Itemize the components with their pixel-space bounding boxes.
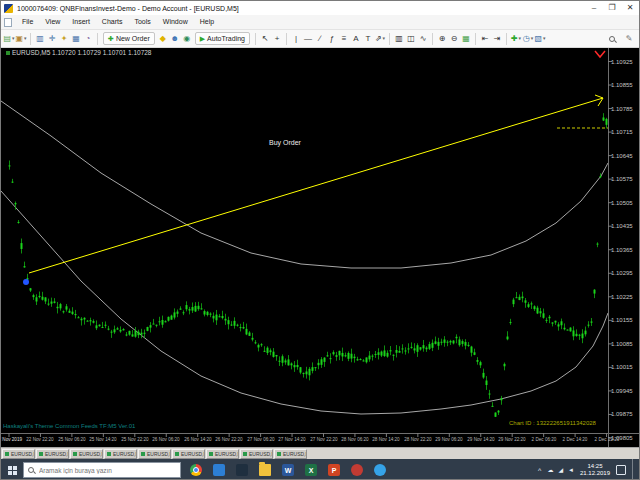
taskbar-powerpoint-icon[interactable]: P	[328, 464, 340, 476]
taskbar-red-app-icon[interactable]	[351, 464, 363, 476]
chart-tab[interactable]: EURUSD,M5	[274, 449, 307, 459]
windows-taskbar: WXP ^ ☁◢◄ 14:25 21.12.2019	[1, 459, 639, 480]
periods-icon[interactable]: ◷▾	[522, 32, 534, 46]
trendline-icon[interactable]: ∕	[314, 32, 326, 46]
search-icon[interactable]	[606, 32, 618, 46]
indicators-icon[interactable]: ✚▾	[510, 32, 522, 46]
minimize-button[interactable]: –	[585, 1, 603, 15]
horizontal-line-icon[interactable]: —	[302, 32, 314, 46]
action-center-icon[interactable]	[616, 465, 626, 475]
upper-band-line[interactable]	[1, 101, 608, 268]
data-window-icon[interactable]: ✛	[46, 32, 58, 46]
new-chart-icon[interactable]: ▤▾	[3, 32, 15, 46]
mt5-window: 1000076409: QNBFinansInvest-Demo - Demo …	[0, 0, 640, 480]
chart-tab[interactable]: EURUSD,M5	[70, 449, 103, 459]
search-input[interactable]	[37, 466, 176, 475]
label-icon[interactable]: T	[362, 32, 374, 46]
zoom-in-icon[interactable]: ⊕	[436, 32, 448, 46]
text-icon[interactable]: A	[350, 32, 362, 46]
price-axis-label: 1.10715	[611, 129, 633, 135]
close-button[interactable]: ✕	[621, 1, 639, 15]
chart-tab[interactable]: EURUSD,M5	[206, 449, 239, 459]
buy-entry-dot[interactable]	[23, 279, 29, 285]
fibonacci-icon[interactable]: ƒ	[326, 32, 338, 46]
autotrading-button[interactable]: ▶AutoTrading	[195, 32, 250, 45]
time-axis-label: 25 Nov 06:20	[55, 437, 88, 442]
algo-trading-icon[interactable]: ☻	[169, 32, 181, 46]
chart-tab-icon	[141, 452, 145, 456]
candlestick-chart-icon[interactable]: ◫	[405, 32, 417, 46]
time-axis-label: 29 Nov 22:20	[496, 437, 529, 442]
title-bar: 1000076409: QNBFinansInvest-Demo - Demo …	[1, 1, 639, 15]
menu-charts[interactable]: Charts	[96, 15, 129, 29]
dropdown-caret-icon: ▾	[24, 36, 27, 41]
taskbar-vscode-icon[interactable]	[213, 464, 225, 476]
menu-help[interactable]: Help	[194, 15, 220, 29]
templates-icon[interactable]: ▧▾	[534, 32, 546, 46]
toolbar-separator	[389, 33, 390, 45]
line-chart-icon[interactable]: ∿	[417, 32, 429, 46]
taskbar-clock[interactable]: 14:25 21.12.2019	[580, 463, 610, 477]
toolbar-separator	[432, 33, 433, 45]
taskbar-search[interactable]	[23, 462, 181, 478]
sell-arrow-marker[interactable]	[595, 51, 605, 57]
taskbar-chrome-icon[interactable]	[190, 464, 202, 476]
chart-tab[interactable]: EURUSD,M5	[240, 449, 273, 459]
menu-view[interactable]: View	[39, 15, 66, 29]
tray-icon-1[interactable]: ☁	[547, 467, 553, 473]
crosshair-icon[interactable]: +	[271, 32, 283, 46]
auto-scroll-icon[interactable]: ⇥	[491, 32, 503, 46]
arrows-icon[interactable]: ⇗▾	[374, 32, 386, 46]
vertical-line-icon[interactable]: |	[290, 32, 302, 46]
chart-id-label: Chart ID : 132222651911342028	[509, 420, 596, 426]
taskbar-word-icon[interactable]: W	[282, 464, 294, 476]
edit-icon[interactable]: ✎	[623, 32, 635, 46]
tray-chevron-icon[interactable]: ^	[538, 467, 541, 474]
chart-tab-icon	[107, 452, 111, 456]
taskbar-blue-app-icon[interactable]	[374, 464, 386, 476]
profiles-icon[interactable]: ▣▾	[15, 32, 27, 46]
taskbar-dark-app-icon[interactable]	[236, 464, 248, 476]
bar-chart-icon[interactable]: ▥	[393, 32, 405, 46]
menu-tools[interactable]: Tools	[128, 15, 156, 29]
menu-insert[interactable]: Insert	[66, 15, 96, 29]
toolbox-icon[interactable]: ▦	[70, 32, 82, 46]
time-axis-label: 22 Nov 2019	[0, 437, 26, 442]
tray-icon-2[interactable]: ◢	[558, 467, 563, 473]
chart-tab-icon	[209, 452, 213, 456]
taskbar-excel-icon[interactable]: X	[305, 464, 317, 476]
price-axis-label: 1.10365	[611, 247, 633, 253]
buy-order-label: Buy Order	[269, 139, 301, 146]
taskbar-explorer-icon[interactable]	[259, 464, 271, 476]
chart-tab-label: EURUSD,M5	[215, 451, 239, 457]
channel-icon[interactable]: ≡	[338, 32, 350, 46]
market-watch-icon[interactable]: ▥	[34, 32, 46, 46]
cursor-icon[interactable]: ↖	[259, 32, 271, 46]
chart-shift-icon[interactable]: ⇤	[479, 32, 491, 46]
chart-tab[interactable]: EURUSD,M5	[104, 449, 137, 459]
dropdown-caret-icon: ▾	[519, 36, 522, 41]
navigator-icon[interactable]: ✦	[58, 32, 70, 46]
start-button[interactable]	[1, 459, 23, 480]
chart-tab[interactable]: EURUSD,M5	[2, 449, 35, 459]
metaeditor-icon[interactable]: ◆	[157, 32, 169, 46]
buy-trendline[interactable]	[29, 98, 603, 273]
menu-file[interactable]: File	[16, 15, 39, 29]
time-axis-label: 25 Nov 14:20	[87, 437, 120, 442]
tile-windows-icon[interactable]: ▦	[460, 32, 472, 46]
time-axis-label: 29 Nov 06:20	[433, 437, 466, 442]
chart-tab[interactable]: EURUSD,M5	[138, 449, 171, 459]
market-icon[interactable]: ◉	[181, 32, 193, 46]
menu-window[interactable]: Window	[157, 15, 194, 29]
clock-time: 14:25	[580, 463, 610, 470]
lower-band-line[interactable]	[1, 191, 608, 414]
maximize-button[interactable]: ❐	[603, 1, 621, 15]
strategy-tester-icon[interactable]: ◔	[82, 32, 94, 46]
zoom-out-icon[interactable]: ⊖	[448, 32, 460, 46]
new-order-button[interactable]: ✚New Order	[103, 32, 155, 45]
chart-tab[interactable]: EURUSD,M5	[36, 449, 69, 459]
show-desktop-button[interactable]	[632, 459, 636, 480]
tray-icon-3[interactable]: ◄	[568, 467, 574, 473]
chart-area[interactable]: EURUSD,M5 1.10720 1.10729 1.10701 1.1072…	[1, 48, 640, 447]
chart-tab[interactable]: EURUSD,M5	[172, 449, 205, 459]
